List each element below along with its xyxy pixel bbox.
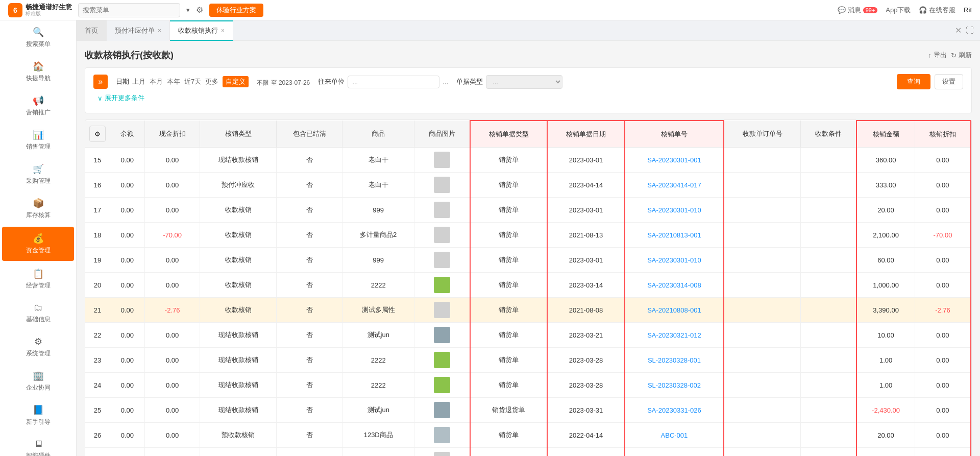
cell-doc-type: 销货单: [470, 198, 547, 223]
sidebar-item-operations[interactable]: 📋 经营管理: [0, 262, 76, 296]
th-goods: 商品: [342, 121, 414, 148]
dropdown-arrow-icon[interactable]: ▾: [186, 6, 190, 14]
date-link-prev-month[interactable]: 上月: [132, 77, 145, 86]
doc-type-select[interactable]: ...: [486, 75, 562, 89]
cell-doc-no[interactable]: SA-20230301-010: [625, 198, 724, 223]
cell-doc-no[interactable]: SA-20230331-026: [625, 398, 724, 423]
industry-btn[interactable]: 休验行业方案: [209, 4, 263, 17]
cell-amount: 1.00: [856, 348, 915, 373]
cell-balance: 0.00: [110, 298, 145, 323]
cell-doc-no[interactable]: SA-20230314-008: [625, 273, 724, 298]
sidebar-item-quicknav[interactable]: 🏠 快捷导航: [0, 55, 76, 89]
cell-doc-type: 销货单: [470, 448, 547, 457]
cell-doc-type: 销货单: [470, 323, 547, 348]
cell-doc-no[interactable]: SL-20230328-002: [625, 373, 724, 398]
cell-cash-discount: 0.00: [144, 198, 200, 223]
tab-expand-icon[interactable]: ⛶: [966, 26, 974, 35]
settings-gear-icon[interactable]: ⚙: [196, 5, 203, 15]
sidebar-item-marketing[interactable]: 📢 营销推广: [0, 89, 76, 123]
sidebar-item-inventory[interactable]: 📦 库存核算: [0, 191, 76, 226]
table-row: 24 0.00 0.00 现结收款核销 否 2222 销货单 2023-03-2…: [85, 373, 971, 398]
cell-include-settled: 否: [277, 298, 342, 323]
corp-icon: 🏢: [33, 370, 44, 381]
date-link-this-year[interactable]: 本年: [167, 77, 180, 86]
message-icon[interactable]: 💬 消息 99+: [838, 6, 877, 15]
cell-doc-no[interactable]: SL-20230328-001: [625, 348, 724, 373]
cell-amount: 2,100.00: [856, 223, 915, 248]
tab-prepay[interactable]: 预付冲应付单 ×: [107, 20, 170, 41]
cell-doc-no[interactable]: SL-20230408-001: [625, 448, 724, 457]
sidebar-item-guide[interactable]: 📘 新手引导: [0, 398, 76, 433]
cell-receipt-condition: [801, 323, 857, 348]
cell-doc-no[interactable]: SA-20230301-010: [625, 248, 724, 273]
cell-type: 现结收款核销: [200, 323, 277, 348]
sidebar-label-finance: 资金管理: [26, 246, 51, 255]
cell-goods-img: [414, 173, 471, 198]
query-btn[interactable]: 查询: [897, 74, 930, 89]
export-btn[interactable]: ↑ 导出: [928, 51, 947, 60]
filter-date: 日期 上月 本月 本年 近7天 更多 自定义: [116, 76, 249, 87]
cell-receipt-condition: [801, 448, 857, 457]
sidebar-item-system[interactable]: ⚙ 系统管理: [0, 330, 76, 364]
sidebar-label-hardware: 智能硬件: [26, 451, 51, 456]
cell-type: 收款核销: [200, 298, 277, 323]
cell-amount: -2,430.00: [856, 398, 915, 423]
unit-ellipsis: ...: [443, 78, 448, 86]
date-link-custom[interactable]: 自定义: [223, 76, 249, 87]
date-link-more[interactable]: 更多: [205, 77, 218, 86]
cell-include-settled: 否: [277, 373, 342, 398]
chevron-down-icon: ∨: [97, 94, 103, 102]
from-unit-input[interactable]: [348, 76, 439, 88]
sidebar-item-purchase[interactable]: 🛒 采购管理: [0, 157, 76, 191]
cell-type: 收款核销: [200, 198, 277, 223]
filter-expand-toggle[interactable]: »: [93, 75, 108, 89]
cell-doc-no[interactable]: SA-20210813-001: [625, 223, 724, 248]
online-service-link[interactable]: 🎧 在线客服: [919, 6, 955, 15]
cell-doc-no[interactable]: SA-20210808-001: [625, 298, 724, 323]
cell-doc-no[interactable]: ABC-001: [625, 423, 724, 448]
cell-doc-no[interactable]: SA-20230414-017: [625, 173, 724, 198]
cell-receipt-condition: [801, 248, 857, 273]
cell-doc-type: 销货单: [470, 148, 547, 173]
app-download-link[interactable]: App下载: [886, 6, 911, 15]
table-row: 15 0.00 0.00 现结收款核销 否 老白干 销货单 2023-03-01…: [85, 148, 971, 173]
sidebar-item-finance[interactable]: 💰 资金管理: [2, 227, 74, 261]
cell-balance: 0.00: [110, 148, 145, 173]
expand-more-btn[interactable]: ∨ 展开更多条件: [97, 93, 959, 103]
cell-amount: 60.00: [856, 248, 915, 273]
cell-doc-date: 2023-04-14: [547, 173, 624, 198]
tab-receipt-close[interactable]: ×: [221, 27, 225, 34]
cell-cash-discount: -70.00: [144, 223, 200, 248]
tab-prepay-close[interactable]: ×: [158, 27, 161, 34]
cell-doc-no[interactable]: SA-20230321-012: [625, 323, 724, 348]
th-settings[interactable]: ⚙: [85, 121, 110, 148]
cell-id: 15: [85, 148, 110, 173]
refresh-btn[interactable]: ↻ 刷新: [951, 51, 972, 60]
cell-cash-discount: 0.00: [144, 173, 200, 198]
cell-include-settled: 否: [277, 323, 342, 348]
setting-btn[interactable]: 设置: [935, 74, 963, 89]
cell-goods-img: [414, 323, 471, 348]
th-receipt-order-no: 收款单订单号: [724, 121, 800, 148]
date-range: 不限 至 2023-07-26: [257, 79, 310, 87]
cell-id: 24: [85, 373, 110, 398]
cell-id: 27: [85, 448, 110, 457]
home-icon: 🏠: [33, 61, 44, 72]
th-cash-discount: 现金折扣: [144, 121, 200, 148]
sidebar-item-sales[interactable]: 📊 销售管理: [0, 123, 76, 157]
tab-home[interactable]: 首页: [77, 20, 107, 41]
sidebar-item-search[interactable]: 🔍 搜索菜单: [0, 20, 76, 55]
column-settings-icon[interactable]: ⚙: [89, 126, 106, 142]
date-link-this-month[interactable]: 本月: [150, 77, 163, 86]
sidebar-item-hardware[interactable]: 🖥 智能硬件: [0, 433, 76, 456]
cell-goods: 测试多属性: [342, 298, 414, 323]
top-search-input[interactable]: [78, 3, 180, 17]
tab-close-all-icon[interactable]: ✕: [955, 26, 962, 35]
cell-doc-no[interactable]: SA-20230301-001: [625, 148, 724, 173]
date-link-7days[interactable]: 近7天: [184, 77, 201, 86]
cell-discount: 0.00: [915, 148, 971, 173]
cell-doc-type: 销货单: [470, 348, 547, 373]
sidebar-item-corp[interactable]: 🏢 企业协同: [0, 364, 76, 398]
tab-receipt[interactable]: 收款核销执行 ×: [170, 20, 233, 41]
sidebar-item-base[interactable]: 🗂 基础信息: [0, 296, 76, 330]
